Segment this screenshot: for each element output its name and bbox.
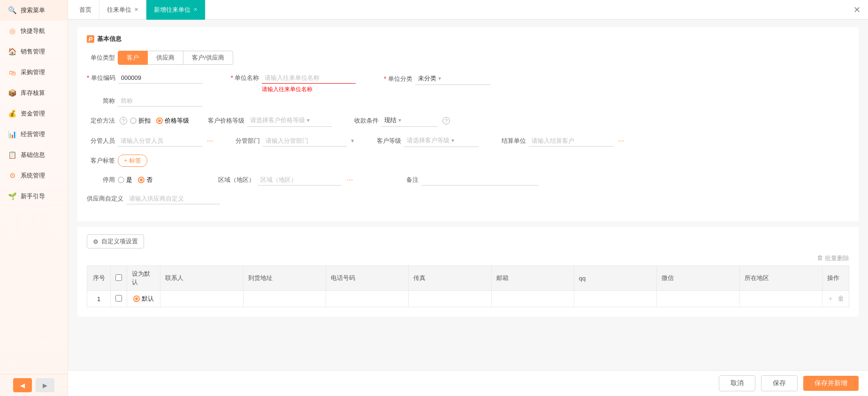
- sidebar-item-newbie[interactable]: 🌱 新手引导: [0, 186, 68, 207]
- disabled-yes-radio[interactable]: [118, 177, 124, 183]
- unit-name-input[interactable]: [262, 72, 356, 84]
- add-row-btn[interactable]: ＋: [827, 295, 834, 303]
- sidebar-collapse-btn[interactable]: ◀: [13, 378, 32, 392]
- manager-row: 分管人员 ··· 分管部门 ▾ 客户等级 请选择客户等级 ▾: [87, 134, 849, 147]
- region-input[interactable]: [258, 174, 342, 186]
- unit-type-label: 单位类型: [87, 54, 115, 62]
- contact-input[interactable]: [165, 295, 238, 303]
- short-name-group: 简称: [87, 95, 202, 107]
- save-new-button[interactable]: 保存并新增: [803, 376, 859, 391]
- sidebar-item-basics[interactable]: 📋 基础信息: [0, 145, 68, 165]
- col-email: 邮箱: [491, 266, 574, 291]
- select-all-checkbox[interactable]: [115, 274, 122, 281]
- tab-partner-label: 往来单位: [107, 6, 131, 14]
- tab-home[interactable]: 首页: [72, 0, 99, 20]
- fax-input[interactable]: [413, 295, 486, 303]
- tab-new-partner-close[interactable]: ✕: [193, 7, 198, 13]
- disabled-no-option[interactable]: 否: [138, 176, 152, 184]
- unit-code-input[interactable]: [118, 72, 203, 84]
- sidebar-item-finance[interactable]: 💰 资金管理: [0, 103, 68, 124]
- settlement-unit-more-btn[interactable]: ···: [618, 137, 624, 145]
- customer-price-select[interactable]: 请选择客户价格等级 ▾: [247, 114, 332, 127]
- payment-terms-select[interactable]: 现结 ▾: [381, 114, 438, 127]
- row-fax[interactable]: [409, 291, 491, 307]
- row-index: 1: [87, 291, 111, 307]
- payment-terms-group: 收款条件 现结 ▾ ?: [350, 114, 450, 127]
- disabled-group: 停用 是 否: [87, 176, 181, 184]
- pricing-discount-option[interactable]: 折扣: [130, 116, 151, 125]
- address-input[interactable]: [248, 295, 321, 303]
- row-address[interactable]: [243, 291, 326, 307]
- unit-type-both[interactable]: 客户/供应商: [183, 51, 233, 65]
- add-tag-button[interactable]: + 标签: [118, 155, 147, 167]
- payment-help-icon[interactable]: ?: [442, 117, 450, 124]
- default-radio-label[interactable]: 默认: [132, 295, 155, 303]
- row-qq[interactable]: [574, 291, 656, 307]
- unit-type-customer[interactable]: 客户: [118, 51, 148, 65]
- col-qq: qq: [574, 266, 656, 291]
- basic-info-card: P 基本信息 单位类型 客户 供应商 客户/供应商 单位编码 单位名称: [77, 27, 859, 221]
- save-button[interactable]: 保存: [761, 375, 798, 391]
- notes-input[interactable]: [421, 174, 539, 186]
- row-region[interactable]: [739, 291, 822, 307]
- tab-new-partner[interactable]: 新增往来单位 ✕: [146, 0, 206, 20]
- tab-partner-close[interactable]: ✕: [134, 7, 138, 13]
- sidebar-item-inventory[interactable]: 📦 库存核算: [0, 83, 68, 103]
- customer-level-select[interactable]: 请选择客户等级 ▾: [404, 134, 479, 147]
- row-checkbox[interactable]: [115, 295, 122, 302]
- sidebar-item-purchase[interactable]: 🛍 采购管理: [0, 62, 68, 83]
- row-region-input[interactable]: [745, 295, 817, 303]
- sidebar-label-basics: 基础信息: [21, 151, 45, 159]
- row-default[interactable]: 默认: [127, 291, 160, 307]
- pricing-help-icon[interactable]: ?: [120, 117, 127, 124]
- customer-price-placeholder: 请选择客户价格等级: [250, 116, 305, 124]
- pricing-discount-radio[interactable]: [130, 117, 137, 124]
- unit-category-select[interactable]: 未分类 ▾: [415, 72, 490, 85]
- tabbar-close-btn[interactable]: ✕: [850, 5, 864, 15]
- sidebar-item-sales[interactable]: 🏠 销售管理: [0, 41, 68, 62]
- manager-more-btn[interactable]: ···: [207, 137, 213, 145]
- row-checkbox-cell[interactable]: [111, 291, 127, 307]
- system-icon: ⚙: [8, 171, 17, 180]
- row-wechat[interactable]: [657, 291, 739, 307]
- wechat-input[interactable]: [662, 295, 734, 303]
- section-title-icon: P: [87, 35, 94, 43]
- default-radio[interactable]: [133, 295, 140, 302]
- col-phone: 电话号码: [326, 266, 408, 291]
- disabled-yes-option[interactable]: 是: [118, 176, 132, 184]
- disabled-no-radio[interactable]: [138, 177, 145, 183]
- batch-delete-area[interactable]: 🗑 批量删除: [87, 254, 849, 263]
- delete-row-btn[interactable]: 🗑: [838, 295, 844, 303]
- row-action-group: ＋ 🗑: [827, 295, 844, 303]
- sidebar-item-search[interactable]: 🔍 搜索菜单: [0, 0, 68, 21]
- row-email[interactable]: [491, 291, 574, 307]
- notes-label: 备注: [390, 176, 419, 184]
- row-contact[interactable]: [160, 291, 243, 307]
- department-input[interactable]: [263, 135, 347, 147]
- sidebar-item-operations[interactable]: 📊 经营管理: [0, 124, 68, 145]
- tab-partner[interactable]: 往来单位 ✕: [99, 0, 146, 20]
- pricing-grade-radio[interactable]: [156, 117, 163, 124]
- cancel-button[interactable]: 取消: [719, 375, 755, 391]
- quick-nav-icon: ◎: [8, 26, 17, 36]
- settlement-unit-input[interactable]: [529, 135, 613, 147]
- unit-type-row: 单位类型 客户 供应商 客户/供应商: [87, 51, 849, 65]
- qq-input[interactable]: [579, 295, 652, 303]
- phone-input[interactable]: [331, 295, 404, 303]
- sidebar-item-quick-nav[interactable]: ◎ 快捷导航: [0, 21, 68, 41]
- unit-name-label: 单位名称: [231, 74, 259, 82]
- sidebar-expand-btn[interactable]: ▶: [36, 378, 54, 392]
- manager-input[interactable]: [118, 135, 202, 147]
- supplier-custom-input[interactable]: [126, 193, 220, 204]
- short-name-input[interactable]: [118, 95, 202, 107]
- sidebar-item-system[interactable]: ⚙ 系统管理: [0, 165, 68, 186]
- customer-tag-label: 客户标签: [87, 156, 115, 165]
- col-checkbox[interactable]: [111, 266, 127, 291]
- row-phone[interactable]: [326, 291, 408, 307]
- pricing-grade-option[interactable]: 价格等级: [156, 116, 189, 125]
- email-input[interactable]: [496, 295, 569, 303]
- unit-info-row: 单位编码 单位名称 请输入往来单位名称 单位分类 未分类 ▾: [87, 72, 849, 93]
- unit-type-supplier[interactable]: 供应商: [148, 51, 183, 65]
- region-more-btn[interactable]: ···: [347, 176, 353, 184]
- custom-settings-button[interactable]: ⚙ 自定义项设置: [87, 234, 144, 248]
